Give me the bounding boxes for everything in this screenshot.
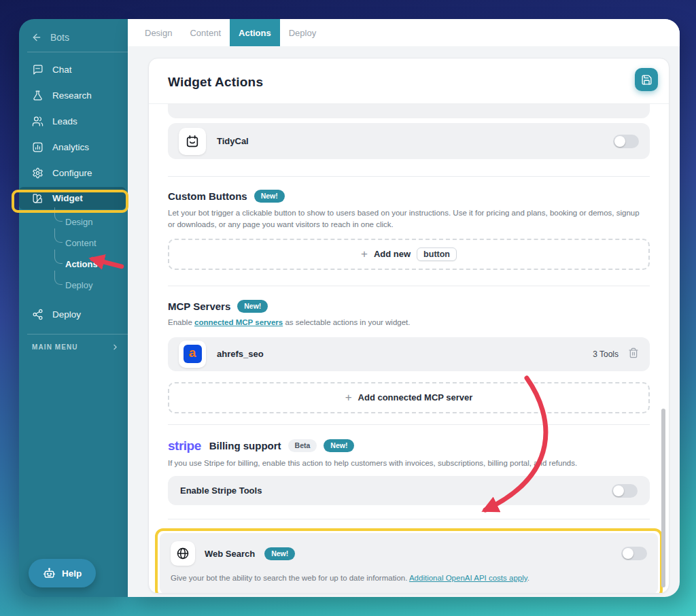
add-new-button[interactable]: + Add new button <box>168 239 650 270</box>
sidebar-subitem-content[interactable]: Content <box>19 233 128 254</box>
stripe-logo: stripe <box>168 439 201 454</box>
web-search-desc-suffix: . <box>527 574 529 582</box>
page-title: Widget Actions <box>168 75 650 90</box>
bar-chart-icon <box>32 141 44 153</box>
section-divider <box>168 176 650 177</box>
sidebar-subitem-label: Deploy <box>65 280 92 290</box>
sidebar-item-chat[interactable]: Chat <box>19 56 128 82</box>
sidebar-item-label: Research <box>52 90 92 101</box>
stripe-row-label: Enable Stripe Tools <box>180 485 262 496</box>
sidebar-item-research[interactable]: Research <box>19 82 128 108</box>
new-badge: New! <box>237 300 268 313</box>
add-mcp-label: Add connected MCP server <box>358 392 473 403</box>
save-icon <box>641 74 652 86</box>
widget-actions-card: Widget Actions TidyCal C <box>148 58 669 594</box>
tab-design[interactable]: Design <box>136 19 181 46</box>
custom-buttons-heading: Custom Buttons New! <box>168 190 650 203</box>
arrow-left-icon <box>31 32 42 43</box>
sidebar-item-label: Chat <box>52 65 72 75</box>
sidebar-subitem-label: Content <box>65 238 97 248</box>
tab-label: Actions <box>239 28 271 38</box>
tab-deploy[interactable]: Deploy <box>280 19 325 46</box>
main-menu-label: MAIN MENU <box>32 343 78 351</box>
new-badge: New! <box>254 190 285 203</box>
tab-content[interactable]: Content <box>181 19 230 46</box>
tidycal-row[interactable]: TidyCal <box>168 123 650 159</box>
connected-mcp-servers-link[interactable]: connected MCP servers <box>194 318 283 326</box>
users-icon <box>32 116 44 127</box>
sidebar-item-label: Widget <box>52 193 83 203</box>
sidebar-subitem-actions[interactable]: Actions <box>19 254 128 275</box>
sidebar-item-label: Deploy <box>52 309 81 320</box>
tidycal-label: TidyCal <box>217 136 249 146</box>
button-chip: button <box>417 247 457 261</box>
web-search-label: Web Search <box>205 549 255 559</box>
sidebar-item-label: Analytics <box>52 142 89 152</box>
sidebar-item-leads[interactable]: Leads <box>19 108 128 134</box>
web-search-toggle[interactable] <box>621 547 647 560</box>
section-divider <box>168 424 650 425</box>
sidebar-item-configure[interactable]: Configure <box>19 160 128 186</box>
new-badge: New! <box>324 439 354 452</box>
sidebar-item-analytics[interactable]: Analytics <box>19 134 128 160</box>
sidebar-item-deploy[interactable]: Deploy <box>19 301 128 327</box>
sidebar-back-button[interactable]: Bots <box>19 19 128 43</box>
web-search-desc-prefix: Give your bot the ability to search the … <box>171 574 409 582</box>
gear-icon <box>32 167 44 179</box>
mcp-server-row[interactable]: a ahrefs_seo 3 Tools <box>168 337 650 371</box>
card-header: Widget Actions <box>149 58 669 104</box>
web-search-icon-box <box>171 541 195 566</box>
tidycal-icon-box <box>179 128 206 155</box>
ahrefs-icon-box: a <box>179 341 206 368</box>
sidebar-divider <box>27 334 128 335</box>
plus-icon: + <box>345 392 352 403</box>
sidebar: Bots Chat Research Leads Analytics Confi… <box>19 19 128 597</box>
globe-icon <box>176 547 190 560</box>
flask-icon <box>32 90 44 101</box>
web-search-description: Give your bot the ability to search the … <box>171 572 647 584</box>
clipped-row[interactable] <box>168 104 650 118</box>
mcp-server-meta: 3 Tools <box>593 347 639 361</box>
save-button[interactable] <box>635 68 658 91</box>
app-window: Bots Chat Research Leads Analytics Confi… <box>0 0 696 616</box>
web-search-highlight: Web Search New! Give your bot the abilit… <box>155 528 663 593</box>
stripe-toggle[interactable] <box>612 484 638 498</box>
calendar-smile-icon <box>185 134 200 149</box>
sidebar-subitem-label: Actions <box>65 259 98 269</box>
section-divider <box>168 286 650 286</box>
scrollbar-thumb[interactable] <box>661 409 665 587</box>
sidebar-divider <box>27 52 128 52</box>
tools-count: 3 Tools <box>593 349 619 359</box>
stripe-heading: stripe Billing support Beta New! <box>168 439 650 454</box>
tidycal-toggle[interactable] <box>613 135 639 148</box>
main-panel: Design Content Actions Deploy Widget Act… <box>128 19 680 597</box>
chat-icon <box>32 64 44 75</box>
share-icon <box>32 309 44 320</box>
sidebar-back-label: Bots <box>50 32 69 43</box>
custom-buttons-title: Custom Buttons <box>168 190 247 202</box>
add-mcp-server-button[interactable]: + Add connected MCP server <box>168 382 650 413</box>
mcp-desc-suffix: as selectable actions in your widget. <box>283 318 410 326</box>
sidebar-main-menu[interactable]: MAIN MENU <box>19 341 128 353</box>
tab-actions[interactable]: Actions <box>230 19 280 46</box>
tab-bar: Design Content Actions Deploy <box>128 19 680 46</box>
sidebar-item-widget[interactable]: Widget <box>19 187 126 209</box>
sidebar-item-label: Configure <box>52 168 92 178</box>
delete-server-button[interactable] <box>628 347 639 361</box>
section-divider <box>168 519 650 519</box>
sidebar-subitem-deploy[interactable]: Deploy <box>19 275 128 296</box>
tab-label: Design <box>145 28 172 38</box>
help-label: Help <box>62 568 82 579</box>
sidebar-subitem-design[interactable]: Design <box>19 211 128 233</box>
swatch-icon <box>32 192 44 204</box>
mcp-heading: MCP Servers New! <box>168 300 650 313</box>
help-button[interactable]: Help <box>29 559 96 587</box>
web-search-block[interactable]: Web Search New! Give your bot the abilit… <box>160 533 658 593</box>
stripe-tools-row[interactable]: Enable Stripe Tools <box>168 476 650 505</box>
chevron-right-icon <box>111 343 120 352</box>
robot-icon <box>43 567 56 580</box>
stripe-title: Billing support <box>209 440 281 451</box>
plus-icon: + <box>361 248 368 260</box>
openai-costs-link[interactable]: Additional OpenAI API costs apply <box>409 574 527 582</box>
mcp-title: MCP Servers <box>168 301 230 312</box>
